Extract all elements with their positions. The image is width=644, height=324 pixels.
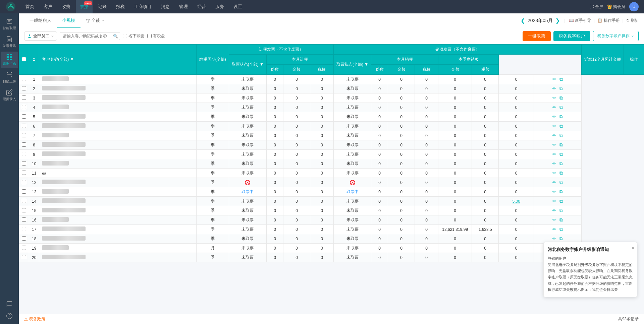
- sidebar-item-summary[interactable]: 票据汇总: [1, 52, 18, 68]
- edit-action-btn[interactable]: ✏: [551, 76, 557, 82]
- edit-action-btn[interactable]: ✏: [551, 226, 557, 232]
- row-checkbox[interactable]: [22, 77, 26, 81]
- edit-action-btn[interactable]: ✏: [551, 123, 557, 129]
- row-checkbox[interactable]: [22, 95, 26, 100]
- nav-business[interactable]: 工商项目: [130, 0, 156, 13]
- nav-operation[interactable]: 经营: [193, 0, 210, 13]
- copy-action-btn[interactable]: ⧉: [558, 151, 564, 157]
- nav-message[interactable]: 消息: [157, 0, 174, 13]
- row-checkbox[interactable]: [22, 199, 26, 203]
- copy-action-btn[interactable]: ⧉: [558, 208, 564, 213]
- edit-action-btn[interactable]: ✏: [551, 198, 557, 204]
- th-fetch-in[interactable]: 取票状态(全部) ▼: [229, 55, 266, 75]
- sidebar-item-help[interactable]: [1, 311, 18, 321]
- row-checkbox[interactable]: [22, 217, 26, 222]
- sidebar-item-chat[interactable]: [1, 299, 18, 309]
- tax-policy-link[interactable]: ⚠ 税务政策: [24, 316, 45, 322]
- tab-small-scale[interactable]: 小规模: [57, 13, 80, 28]
- copy-action-btn[interactable]: ⧉: [558, 170, 564, 176]
- row-checkbox[interactable]: [22, 208, 26, 212]
- notify-close-btn[interactable]: ×: [632, 244, 634, 252]
- tab-all-capable[interactable]: 全能: [80, 13, 111, 28]
- row-checkbox[interactable]: [22, 246, 26, 250]
- nav-home[interactable]: 首页: [21, 0, 38, 13]
- checkbox-myaccounts[interactable]: 名下账套: [123, 33, 145, 39]
- copy-action-btn[interactable]: ⧉: [558, 189, 564, 194]
- edit-action-btn[interactable]: ✏: [551, 161, 557, 166]
- nav-fee[interactable]: 收费: [58, 0, 74, 13]
- row-checkbox[interactable]: [22, 124, 26, 128]
- sidebar-item-scan[interactable]: 扫描上传: [1, 69, 18, 86]
- edit-action-btn[interactable]: ✏: [551, 86, 557, 91]
- nav-customer[interactable]: 客户: [40, 0, 56, 13]
- copy-action-btn[interactable]: ⧉: [558, 123, 564, 129]
- copy-action-btn[interactable]: ⧉: [558, 76, 564, 82]
- edit-action-btn[interactable]: ✏: [551, 151, 557, 157]
- row-checkbox[interactable]: [22, 114, 26, 119]
- logo-icon[interactable]: [5, 1, 16, 12]
- one-click-ticket-btn[interactable]: 一键取票: [523, 31, 551, 41]
- row-checkbox[interactable]: [22, 227, 26, 231]
- copy-action-btn[interactable]: ⧉: [558, 236, 564, 241]
- copy-action-btn[interactable]: ⧉: [558, 180, 564, 185]
- new-guide-btn[interactable]: 📖 新手引导: [569, 18, 591, 23]
- member-btn[interactable]: 👑 购会员: [607, 4, 625, 10]
- nav-service[interactable]: 服务: [211, 0, 228, 13]
- employee-select[interactable]: 全部员工: [24, 31, 57, 41]
- sidebar-item-invoice[interactable]: 发票开具: [1, 34, 18, 50]
- copy-action-btn[interactable]: ⧉: [558, 217, 564, 222]
- rolling-link[interactable]: 5.00: [513, 199, 520, 204]
- th-fetch-out[interactable]: 取票状态(全部) ▼: [333, 55, 371, 75]
- edit-action-btn[interactable]: ✏: [551, 180, 557, 185]
- copy-action-btn[interactable]: ⧉: [558, 226, 564, 232]
- refresh-btn[interactable]: ↻ 刷新: [626, 18, 639, 23]
- edit-action-btn[interactable]: ✏: [551, 189, 557, 194]
- edit-action-btn[interactable]: ✏: [551, 133, 557, 138]
- tax-account-ops-btn[interactable]: 税务数字账户操作: [593, 31, 639, 41]
- row-checkbox[interactable]: [22, 236, 26, 241]
- th-client-name[interactable]: 客户名称(全部) ▼: [39, 45, 196, 75]
- search-input[interactable]: [60, 32, 120, 40]
- edit-action-btn[interactable]: ✏: [551, 236, 557, 241]
- edit-action-btn[interactable]: ✏: [551, 217, 557, 222]
- edit-action-btn[interactable]: ✏: [551, 114, 557, 119]
- copy-action-btn[interactable]: ⧉: [558, 95, 564, 101]
- th-tax-period[interactable]: 纳税周期(全部): [196, 45, 229, 75]
- row-checkbox[interactable]: [22, 161, 26, 166]
- edit-action-btn[interactable]: ✏: [551, 105, 557, 110]
- nav-accounting[interactable]: 记账: [94, 0, 111, 13]
- prev-month-btn[interactable]: ❮: [521, 17, 525, 24]
- row-checkbox[interactable]: [22, 171, 26, 175]
- row-checkbox[interactable]: [22, 189, 26, 194]
- user-avatar[interactable]: U: [629, 2, 639, 11]
- nav-manage[interactable]: 管理: [175, 0, 192, 13]
- row-checkbox[interactable]: [22, 180, 26, 184]
- edit-action-btn[interactable]: ✏: [551, 95, 557, 101]
- nav-ticket[interactable]: 票据 new: [76, 0, 93, 13]
- edit-action-btn[interactable]: ✏: [551, 208, 557, 213]
- nav-settings[interactable]: 设置: [229, 0, 246, 13]
- edit-action-btn[interactable]: ✏: [551, 142, 557, 147]
- nav-tax[interactable]: 报税: [112, 0, 129, 13]
- row-checkbox[interactable]: [22, 255, 26, 259]
- tab-general-taxpayer[interactable]: 一般纳税人: [24, 13, 57, 28]
- copy-action-btn[interactable]: ⧉: [558, 198, 564, 204]
- sidebar-item-entry[interactable]: 票据录入: [1, 87, 18, 104]
- copy-action-btn[interactable]: ⧉: [558, 133, 564, 138]
- fullscreen-btn[interactable]: ⛶ 全屏: [590, 4, 603, 10]
- copy-action-btn[interactable]: ⧉: [558, 105, 564, 110]
- row-checkbox[interactable]: [22, 105, 26, 109]
- manual-btn[interactable]: 📋 操作手册: [597, 18, 620, 23]
- row-checkbox[interactable]: [22, 133, 26, 137]
- tax-account-btn[interactable]: 税务数字账户: [553, 31, 590, 41]
- row-checkbox[interactable]: [22, 86, 26, 90]
- next-month-btn[interactable]: ❯: [555, 17, 560, 24]
- checkbox-hastaxdisk[interactable]: 有税盘: [147, 33, 165, 39]
- select-all-checkbox[interactable]: [22, 57, 26, 61]
- copy-action-btn[interactable]: ⧉: [558, 161, 564, 166]
- copy-action-btn[interactable]: ⧉: [558, 114, 564, 119]
- sidebar-item-smart-ticket[interactable]: 智能取票: [1, 16, 18, 33]
- row-checkbox[interactable]: [22, 142, 26, 147]
- copy-action-btn[interactable]: ⧉: [558, 86, 564, 91]
- row-checkbox[interactable]: [22, 152, 26, 156]
